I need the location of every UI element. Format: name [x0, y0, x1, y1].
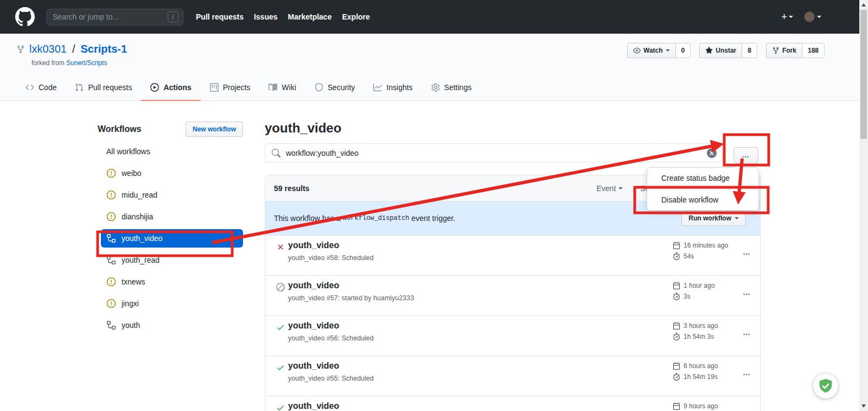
calendar-icon [673, 242, 680, 249]
new-workflow-button[interactable]: New workflow [186, 122, 243, 137]
repo-separator: / [71, 43, 76, 55]
scroll-down-arrow-icon[interactable] [861, 404, 866, 408]
run-row[interactable]: youth_video youth_video #55: Scheduled 6… [265, 356, 760, 396]
run-options-button[interactable]: … [743, 248, 751, 256]
play-circle-icon [150, 83, 159, 92]
chevron-down-icon [789, 16, 793, 18]
chevron-down-icon [817, 16, 821, 18]
fork-count[interactable]: 188 [802, 43, 825, 58]
user-menu[interactable] [804, 11, 821, 22]
shield-icon [315, 83, 323, 92]
repo-owner-link[interactable]: lxk0301 [29, 43, 67, 55]
menu-item-create-status-badge[interactable]: Create status badge [647, 168, 758, 189]
run-time: 9 hours ago [684, 402, 718, 410]
avatar [804, 11, 815, 22]
tab-security[interactable]: Security [305, 75, 365, 101]
nav-pull-requests[interactable]: Pull requests [196, 12, 244, 21]
global-search-input[interactable] [53, 12, 168, 21]
warning-icon [107, 212, 116, 221]
run-row[interactable]: youth_video youth_video #56: Scheduled 3… [265, 316, 760, 356]
forked-from-link[interactable]: Sunert/Scripts [66, 59, 107, 67]
repo-social-actions: Watch 0 Unstar 8 Fork 188 [627, 43, 825, 58]
tab-wiki[interactable]: Wiki [259, 75, 305, 101]
tab-pull-requests[interactable]: Pull requests [66, 75, 141, 101]
github-logo-icon[interactable] [15, 7, 35, 27]
calendar-icon [673, 282, 680, 289]
scroll-up-arrow-icon[interactable] [861, 3, 866, 7]
fork-icon [772, 47, 780, 54]
sidebar-item-txnews[interactable]: txnews [98, 271, 243, 293]
watch-group: Watch 0 [627, 43, 691, 58]
run-options-button[interactable]: … [743, 368, 751, 377]
slash-key-hint: / [168, 11, 178, 22]
runs-filter-search[interactable] [265, 143, 723, 162]
gear-icon [431, 83, 440, 92]
sidebar-item-youth-read[interactable]: youth_read [98, 249, 243, 271]
menu-item-disable-workflow[interactable]: Disable workflow [647, 189, 758, 210]
tab-actions[interactable]: Actions [141, 75, 200, 101]
sidebar-item-youth-video[interactable]: youth_video [101, 229, 243, 248]
sidebar-item-dianshijia[interactable]: dianshijia [98, 206, 243, 227]
run-row[interactable]: youth_video youth_video #58: Scheduled 1… [265, 236, 760, 276]
workflow-icon [107, 321, 116, 330]
run-workflow-button[interactable]: Run workflow [681, 211, 746, 226]
watch-button[interactable]: Watch [627, 43, 676, 58]
forked-from-text: forked from [31, 59, 65, 67]
warning-icon [107, 169, 116, 178]
scrollbar-thumb[interactable] [860, 10, 867, 139]
run-row[interactable]: youth_video 9 hours ago [265, 396, 760, 411]
calendar-icon [673, 402, 680, 410]
forked-from: forked from Sunert/Scripts [31, 59, 107, 67]
run-title[interactable]: youth_video [288, 401, 339, 411]
run-title[interactable]: youth_video [288, 241, 339, 250]
star-group: Unstar 8 [699, 43, 757, 58]
tab-insights[interactable]: Insights [364, 75, 422, 101]
unstar-button[interactable]: Unstar [699, 43, 742, 58]
watch-count[interactable]: 0 [676, 43, 691, 58]
run-title[interactable]: youth_video [288, 361, 339, 371]
sidebar-item-youth[interactable]: youth [98, 314, 243, 336]
global-search[interactable]: / [47, 9, 183, 26]
run-options-button[interactable]: … [743, 328, 751, 337]
run-subtitle: youth_video #56: Scheduled [288, 334, 374, 342]
workflow-options-button[interactable]: … [733, 147, 758, 163]
repo-tabs: Code Pull requests Actions Projects Wiki… [16, 75, 481, 101]
failure-x-icon [276, 243, 285, 251]
run-options-button[interactable]: … [743, 288, 751, 296]
nav-marketplace[interactable]: Marketplace [288, 12, 332, 21]
chevron-down-icon [618, 187, 623, 189]
workflow-icon [107, 234, 116, 243]
run-duration: 1h 54m 19s [684, 373, 718, 381]
clear-search-icon[interactable] [707, 148, 717, 158]
runs-filter-input[interactable] [286, 149, 707, 157]
nav-explore[interactable]: Explore [342, 12, 369, 21]
chevron-down-icon [666, 49, 670, 52]
tab-code[interactable]: Code [16, 75, 66, 101]
page-scrollbar[interactable] [859, 0, 868, 411]
run-time: 3 hours ago [684, 322, 718, 330]
tab-settings[interactable]: Settings [422, 75, 481, 101]
run-title[interactable]: youth_video [288, 281, 339, 290]
sidebar-item-midu-read[interactable]: midu_read [98, 184, 243, 206]
event-filter[interactable]: Event [596, 184, 623, 193]
chevron-down-icon [735, 217, 739, 219]
sidebar-item-all-workflows[interactable]: All workflows [98, 141, 243, 162]
fork-button[interactable]: Fork [766, 43, 802, 58]
run-subtitle: youth_video #57: started by huamiyu2333 [288, 294, 414, 302]
workflow-icon [107, 256, 116, 264]
stopwatch-icon [673, 252, 680, 260]
projects-icon [210, 83, 219, 92]
nav-issues[interactable]: Issues [254, 12, 278, 21]
adblock-shield-badge[interactable] [813, 374, 838, 399]
results-count: 59 results [274, 184, 309, 193]
notice-text: This workflow has a [274, 214, 341, 223]
star-count[interactable]: 8 [742, 43, 757, 58]
tab-projects[interactable]: Projects [201, 75, 260, 101]
sidebar-item-jingxi[interactable]: jingxi [98, 293, 243, 314]
repo-name-link[interactable]: Scripts-1 [81, 43, 127, 55]
create-new-menu[interactable]: + [781, 11, 793, 23]
success-check-icon [276, 363, 285, 372]
sidebar-item-weibo[interactable]: weibo [98, 162, 243, 184]
run-title[interactable]: youth_video [288, 321, 339, 331]
run-row[interactable]: youth_video youth_video #57: started by … [265, 276, 760, 316]
